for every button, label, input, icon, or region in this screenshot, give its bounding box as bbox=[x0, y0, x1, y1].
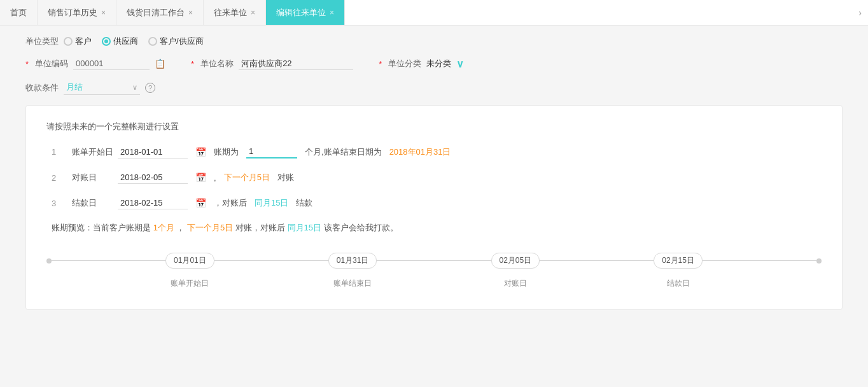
radio-both-circle bbox=[148, 37, 157, 46]
main-content: 单位类型 客户 供应商 客户/供应商 * 单位编码 bbox=[0, 25, 868, 387]
tab-sales-order[interactable]: 销售订单历史 × bbox=[38, 0, 116, 25]
timeline-date-2: 01月31日 bbox=[328, 253, 377, 269]
radio-both-label: 客户/供应商 bbox=[160, 36, 204, 47]
timeline-line-3 bbox=[377, 260, 491, 261]
timeline-line-5 bbox=[703, 260, 816, 261]
tab-sales-order-label: 销售订单历史 bbox=[48, 7, 97, 18]
preview-period: 1个月 bbox=[153, 223, 174, 232]
radio-supplier-circle bbox=[102, 37, 111, 46]
payment-select[interactable]: 月结 ∨ bbox=[64, 80, 140, 95]
tab-home-label: 首页 bbox=[10, 7, 27, 18]
period-card: 请按照未来的一个完整帐期进行设置 1 账单开始日 📅 账期为 个月,账单结束日期… bbox=[25, 105, 843, 310]
timeline-line-1 bbox=[52, 260, 165, 261]
period-reconcile-suffix: 对账 bbox=[277, 172, 294, 183]
period-start-date-input[interactable] bbox=[118, 146, 188, 158]
payment-label: 收款条件 bbox=[25, 82, 59, 94]
timeline-date-3: 02月05日 bbox=[491, 253, 540, 269]
unit-type-row: 单位类型 客户 供应商 客户/供应商 bbox=[25, 36, 843, 47]
timeline-line-2 bbox=[214, 260, 328, 261]
radio-customer[interactable]: 客户 bbox=[64, 36, 92, 47]
tab-more-button[interactable]: › bbox=[852, 0, 868, 25]
payment-help-icon[interactable]: ? bbox=[145, 83, 155, 93]
period-row-3: 3 结款日 📅 ，对账后 同月15日 结款 bbox=[46, 197, 822, 209]
timeline-node-2: 01月31日 账单结束日 bbox=[328, 253, 377, 269]
timeline-label-1: 账单开始日 bbox=[171, 278, 209, 289]
payment-value: 月结 bbox=[66, 81, 130, 93]
tab-partner-label: 往来单位 bbox=[214, 7, 247, 18]
payment-row: 收款条件 月结 ∨ ? bbox=[25, 80, 843, 95]
period-reconcile-highlight: 下一个月5日 bbox=[224, 172, 270, 183]
timeline-date-4: 02月15日 bbox=[654, 253, 703, 269]
preview-payment: 同月15日 bbox=[288, 223, 321, 232]
unit-code-input[interactable] bbox=[73, 57, 150, 70]
timeline-date-1: 01月01日 bbox=[165, 253, 214, 269]
unit-classify-select[interactable]: 未分类 ∨ bbox=[426, 58, 515, 70]
period-payment-cal-icon[interactable]: 📅 bbox=[195, 198, 206, 208]
period-label-1: 账单开始日 bbox=[72, 146, 110, 158]
unit-classify-value: 未分类 bbox=[426, 58, 451, 69]
classify-dropdown-icon: ∨ bbox=[456, 58, 464, 70]
tab-partner-close[interactable]: × bbox=[251, 9, 255, 17]
timeline-label-3: 对账日 bbox=[504, 278, 527, 289]
period-payment-suffix: 结款 bbox=[296, 197, 312, 209]
period-start-cal-icon[interactable]: 📅 bbox=[195, 147, 206, 157]
timeline-line-4 bbox=[540, 260, 654, 261]
unit-code-label: 单位编码 bbox=[35, 58, 68, 69]
period-card-title: 请按照未来的一个完整帐期进行设置 bbox=[46, 121, 822, 132]
unit-name-label: 单位名称 bbox=[200, 58, 234, 69]
tab-cash-work-close[interactable]: × bbox=[188, 9, 193, 17]
period-end-date: 2018年01月31日 bbox=[389, 146, 451, 158]
period-reconcile-prefix: , bbox=[214, 173, 216, 183]
period-reconcile-date-input[interactable] bbox=[118, 171, 188, 184]
timeline-label-4: 结款日 bbox=[667, 278, 690, 289]
period-months-input[interactable] bbox=[246, 145, 297, 158]
period-payment-highlight: 同月15日 bbox=[255, 197, 288, 209]
period-suffix-after: 个月,账单结束日期为 bbox=[305, 146, 382, 158]
period-payment-date-input[interactable] bbox=[118, 197, 188, 209]
timeline: 01月01日 账单开始日 01月31日 账单结束日 02月05日 对账日 02月… bbox=[46, 246, 822, 275]
tab-partner[interactable]: 往来单位 × bbox=[204, 0, 266, 25]
tab-sales-order-close[interactable]: × bbox=[101, 9, 106, 17]
unit-name-field: * 单位名称 bbox=[191, 57, 353, 70]
timeline-node-1: 01月01日 账单开始日 bbox=[165, 253, 214, 269]
preview-text: 账期预览：当前客户账期是 1个月 ， 下一个月5日 对账，对账后 同月15日 该… bbox=[46, 222, 822, 234]
period-label-2: 对账日 bbox=[72, 172, 110, 183]
tab-cash-work[interactable]: 钱货日清工作台 × bbox=[116, 0, 204, 25]
period-reconcile-cal-icon[interactable]: 📅 bbox=[195, 172, 206, 183]
payment-field: 收款条件 月结 ∨ ? bbox=[25, 80, 155, 95]
timeline-node-4: 02月15日 结款日 bbox=[654, 253, 703, 269]
radio-both[interactable]: 客户/供应商 bbox=[148, 36, 204, 47]
unit-code-doc-icon[interactable]: 📋 bbox=[155, 59, 165, 69]
period-row-1: 1 账单开始日 📅 账期为 个月,账单结束日期为 2018年01月31日 bbox=[46, 145, 822, 158]
timeline-start-dot bbox=[46, 258, 52, 264]
unit-name-required: * bbox=[191, 59, 194, 69]
tab-edit-partner[interactable]: 编辑往来单位 × bbox=[266, 0, 345, 25]
timeline-end-dot bbox=[816, 258, 822, 264]
tab-edit-partner-label: 编辑往来单位 bbox=[276, 7, 326, 18]
tab-edit-partner-close[interactable]: × bbox=[330, 9, 334, 17]
unit-name-input[interactable] bbox=[239, 57, 353, 70]
preview-middle: ， bbox=[176, 223, 185, 232]
period-num-1: 1 bbox=[52, 147, 64, 157]
tab-home[interactable]: 首页 bbox=[0, 0, 38, 25]
preview-prefix: 账期预览：当前客户账期是 bbox=[52, 223, 151, 232]
period-label-3: 结款日 bbox=[72, 197, 110, 209]
preview-reconcile: 下一个月5日 bbox=[187, 223, 233, 232]
preview-suffix: 该客户会给我打款。 bbox=[324, 223, 398, 232]
payment-dropdown-icon: ∨ bbox=[132, 83, 137, 92]
period-row-2: 2 对账日 📅 , 下一个月5日 对账 bbox=[46, 171, 822, 184]
period-num-2: 2 bbox=[52, 173, 64, 183]
radio-customer-label: 客户 bbox=[75, 36, 92, 47]
unit-classify-required: * bbox=[379, 59, 382, 69]
period-suffix-before: 账期为 bbox=[214, 146, 239, 158]
tab-bar: 首页 销售订单历史 × 钱货日清工作台 × 往来单位 × 编辑往来单位 × › bbox=[0, 0, 868, 25]
unit-code-field: * 单位编码 📋 bbox=[25, 57, 165, 70]
unit-type-label: 单位类型 bbox=[25, 36, 59, 47]
period-num-3: 3 bbox=[52, 199, 64, 208]
period-payment-prefix: ，对账后 bbox=[214, 197, 247, 209]
radio-customer-circle bbox=[64, 37, 73, 46]
radio-supplier[interactable]: 供应商 bbox=[102, 36, 138, 47]
tab-cash-work-label: 钱货日清工作台 bbox=[127, 7, 185, 18]
unit-info-row: * 单位编码 📋 * 单位名称 * 单位分类 未分类 ∨ bbox=[25, 57, 843, 70]
unit-classify-label: 单位分类 bbox=[388, 58, 421, 69]
